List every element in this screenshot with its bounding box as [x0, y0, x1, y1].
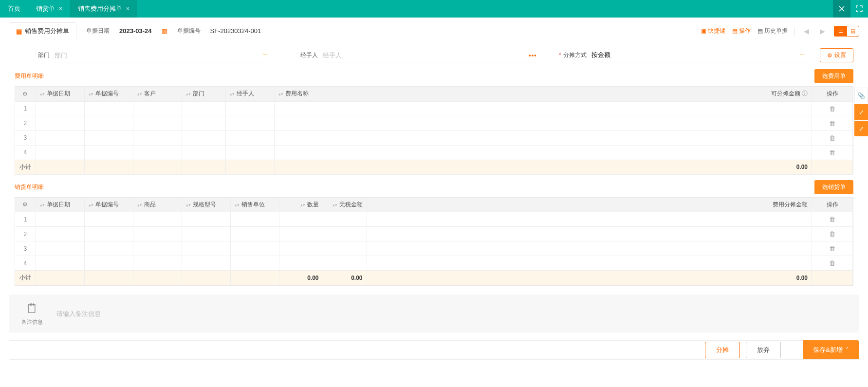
sales-detail-section: 销货单明细 选销货单 ⚙ ▴▾单据日期 ▴▾单据编号 ▴▾商品 ▴▾规格型号 ▴… [0, 180, 868, 291]
filter-form: 部门 ﹀ 经手人 ••• *分摊方式 ﹀ ⚙设置 [0, 39, 868, 69]
tab-sales-expense-allocation[interactable]: 销售费用分摊单× [70, 0, 137, 18]
delete-icon[interactable]: 🗑 [829, 120, 835, 127]
view-list-button[interactable]: ☰ [834, 26, 847, 37]
handler-input[interactable] [323, 49, 537, 62]
doc-no-label: 单据编号 [177, 27, 201, 35]
document-type-tab[interactable]: ▤ 销售费用分摊单 [9, 22, 76, 39]
top-tab-bar: 首页 销货单× 销售费用分摊单× [0, 0, 868, 18]
date-value[interactable]: 2023-03-24 [119, 27, 152, 35]
chevron-down-icon[interactable]: ﹀ [262, 51, 268, 59]
expense-table: ⚙ ▴▾单据日期 ▴▾单据编号 ▴▾客户 ▴▾部门 ▴▾经手人 ▴▾费用名称 可… [15, 86, 853, 175]
chevron-down-icon[interactable]: ﹀ [799, 51, 805, 59]
delete-icon[interactable]: 🗑 [829, 216, 835, 223]
dept-field: 部门 ﹀ [15, 49, 268, 62]
col-customer[interactable]: ▴▾客户 [133, 87, 182, 101]
chevron-up-icon: ˄ [846, 346, 849, 353]
side-rail: 📎 ⤢ ⤢ [854, 88, 868, 137]
subtotal-row: 小计0.00 [15, 160, 853, 174]
section-title: 费用单明细 [15, 72, 44, 80]
table-row[interactable]: 4🗑 [15, 145, 853, 160]
gear-icon[interactable]: ⚙ [15, 198, 36, 212]
remarks-panel: 🗒 备注信息 [9, 295, 859, 332]
col-operation: 操作 [812, 198, 853, 212]
col-date[interactable]: ▴▾单据日期 [36, 87, 84, 101]
col-qty[interactable]: ▴▾数量 [279, 198, 323, 212]
dept-input[interactable] [55, 49, 269, 62]
tab-sales-order[interactable]: 销货单× [28, 0, 70, 18]
notes-icon: 🗒 [26, 301, 38, 316]
col-alloc-amount[interactable]: 可分摊金额ⓘ [323, 87, 812, 101]
table-row[interactable]: 4🗑 [15, 256, 853, 271]
table-row[interactable]: 3🗑 [15, 241, 853, 256]
view-toggle: ☰ ▤ [834, 26, 859, 37]
col-dept[interactable]: ▴▾部门 [182, 87, 225, 101]
document-header: ▤ 销售费用分摊单 单据日期 2023-03-24 ▦ 单据编号 SF-2023… [0, 18, 868, 39]
allocate-button[interactable]: 分摊 [705, 342, 740, 358]
history-link[interactable]: ▤ 历史单据 [757, 27, 788, 35]
date-label: 单据日期 [86, 27, 110, 35]
delete-icon[interactable]: 🗑 [829, 230, 835, 238]
table-row[interactable]: 1🗑 [15, 212, 853, 227]
close-icon[interactable]: × [59, 5, 62, 12]
alloc-method-input[interactable] [591, 49, 806, 62]
col-product[interactable]: ▴▾商品 [133, 198, 182, 212]
col-unit[interactable]: ▴▾销售单位 [230, 198, 279, 212]
col-operation: 操作 [812, 87, 853, 101]
attachment-icon[interactable]: 📎 [854, 88, 868, 103]
subtotal-row: 小计0.000.000.00 [15, 271, 853, 285]
col-amount[interactable]: ▴▾无税金额 [323, 198, 367, 212]
gear-icon: ⚙ [827, 52, 832, 59]
calendar-icon[interactable]: ▦ [162, 27, 167, 35]
help-icon[interactable]: ⓘ [802, 90, 808, 97]
delete-icon[interactable]: 🗑 [829, 105, 835, 112]
save-and-new-button[interactable]: 保存&新增˄ [803, 340, 859, 359]
col-alloc-amount[interactable]: 费用分摊金额 [367, 198, 812, 212]
more-icon[interactable]: ••• [529, 52, 537, 59]
col-spec[interactable]: ▴▾规格型号 [182, 198, 230, 212]
remarks-input[interactable] [53, 306, 850, 321]
expand-alt-icon[interactable]: ⤢ [854, 121, 868, 136]
section-title: 销货单明细 [15, 183, 44, 191]
document-icon: ▤ [16, 28, 22, 35]
handler-field: 经手人 ••• [283, 49, 536, 62]
col-date[interactable]: ▴▾单据日期 [36, 198, 84, 212]
alloc-method-field: *分摊方式 ﹀ [552, 49, 805, 62]
table-row[interactable]: 2🗑 [15, 116, 853, 130]
settings-button[interactable]: ⚙设置 [820, 48, 853, 62]
sales-table: ⚙ ▴▾单据日期 ▴▾单据编号 ▴▾商品 ▴▾规格型号 ▴▾销售单位 ▴▾数量 … [15, 197, 853, 286]
close-icon[interactable]: × [126, 5, 129, 12]
doc-no-value: SF-20230324-001 [210, 27, 261, 35]
tab-home[interactable]: 首页 [0, 0, 28, 18]
prev-doc-icon[interactable]: ◀ [802, 27, 811, 35]
expand-icon[interactable]: ⤢ [854, 104, 868, 120]
operate-link[interactable]: ▤ 操作 [732, 27, 751, 35]
gear-icon[interactable]: ⚙ [15, 87, 36, 101]
select-sales-button[interactable]: 选销货单 [814, 180, 853, 194]
next-doc-icon[interactable]: ▶ [818, 27, 827, 35]
select-expense-button[interactable]: 选费用单 [814, 69, 853, 83]
col-fee-name[interactable]: ▴▾费用名称 [274, 87, 323, 101]
delete-icon[interactable]: 🗑 [829, 134, 835, 142]
remarks-label: 备注信息 [21, 318, 43, 326]
table-row[interactable]: 2🗑 [15, 227, 853, 241]
expense-detail-section: 费用单明细 选费用单 ⚙ ▴▾单据日期 ▴▾单据编号 ▴▾客户 ▴▾部门 ▴▾经… [0, 69, 868, 180]
action-bar: 分摊 放弃 保存&新增˄ [9, 340, 859, 360]
shortcut-link[interactable]: ▣ 快捷键 [701, 27, 725, 35]
delete-icon[interactable]: 🗑 [829, 259, 835, 267]
close-panel-button[interactable] [833, 0, 850, 18]
delete-icon[interactable]: 🗑 [829, 149, 835, 156]
discard-button[interactable]: 放弃 [746, 342, 781, 358]
fullscreen-button[interactable] [850, 0, 868, 18]
col-no[interactable]: ▴▾单据编号 [84, 87, 133, 101]
table-row[interactable]: 3🗑 [15, 130, 853, 145]
delete-icon[interactable]: 🗑 [829, 245, 835, 252]
table-row[interactable]: 1🗑 [15, 101, 853, 116]
col-no[interactable]: ▴▾单据编号 [84, 198, 133, 212]
view-grid-button[interactable]: ▤ [847, 26, 859, 37]
col-handler[interactable]: ▴▾经手人 [225, 87, 274, 101]
